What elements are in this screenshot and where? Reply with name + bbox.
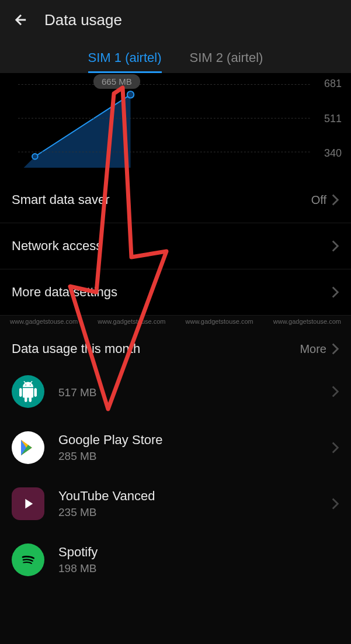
chevron-right-icon bbox=[331, 286, 339, 298]
app-name: YouTube Vanced bbox=[58, 489, 331, 504]
app-usage: 198 MB bbox=[58, 562, 339, 575]
data-usage-chart: 665 MB 681 511 340 bbox=[0, 73, 351, 172]
chevron-right-icon bbox=[331, 386, 339, 397]
play-store-icon bbox=[12, 431, 44, 464]
watermark-text: www.gadgetstouse.com bbox=[10, 318, 78, 325]
back-button[interactable] bbox=[12, 11, 30, 29]
chevron-right-icon bbox=[331, 442, 339, 453]
svg-point-2 bbox=[127, 91, 134, 98]
youtube-vanced-icon bbox=[12, 487, 44, 520]
sim-tabs: SIM 1 (airtel) SIM 2 (airtel) bbox=[0, 40, 351, 73]
header: Data usage bbox=[0, 0, 351, 40]
y-tick: 340 bbox=[324, 147, 342, 160]
app-row-youtube-vanced[interactable]: YouTube Vanced 235 MB bbox=[0, 476, 351, 532]
watermark-bar: www.gadgetstouse.com www.gadgetstouse.co… bbox=[0, 316, 351, 327]
watermark-text: www.gadgetstouse.com bbox=[273, 318, 341, 325]
y-tick: 681 bbox=[324, 78, 342, 90]
more-button[interactable]: More bbox=[300, 342, 339, 356]
chevron-right-icon bbox=[331, 343, 339, 355]
app-usage: 285 MB bbox=[58, 450, 331, 463]
watermark-text: www.gadgetstouse.com bbox=[98, 318, 165, 325]
app-name: Spotify bbox=[58, 545, 339, 560]
app-row-play-store[interactable]: Google Play Store 285 MB bbox=[0, 420, 351, 476]
more-label: More bbox=[300, 342, 326, 356]
settings-list: Smart data saver Off Network access More… bbox=[0, 172, 351, 316]
arrow-left-icon bbox=[13, 12, 29, 28]
app-usage: 517 MB bbox=[58, 386, 331, 399]
watermark-text: www.gadgetstouse.com bbox=[186, 318, 253, 325]
usage-section-title: Data usage this month bbox=[12, 341, 140, 356]
setting-label: More data settings bbox=[12, 285, 117, 300]
app-name: Google Play Store bbox=[58, 432, 331, 448]
chart-value-badge: 665 MB bbox=[93, 74, 140, 89]
spotify-icon bbox=[12, 543, 44, 576]
chevron-right-icon bbox=[331, 194, 339, 206]
setting-value: Off bbox=[311, 193, 326, 207]
setting-label: Smart data saver bbox=[12, 192, 110, 207]
android-icon bbox=[12, 375, 44, 408]
app-usage: 235 MB bbox=[58, 506, 331, 519]
tab-sim1[interactable]: SIM 1 (airtel) bbox=[88, 50, 162, 73]
chart-svg bbox=[9, 78, 342, 168]
chevron-right-icon bbox=[331, 498, 339, 510]
chart-y-axis: 681 511 340 bbox=[324, 78, 342, 160]
app-row-android[interactable]: 517 MB bbox=[0, 363, 351, 420]
setting-label: Network access bbox=[12, 238, 102, 254]
setting-network-access[interactable]: Network access bbox=[0, 223, 351, 269]
app-row-spotify[interactable]: Spotify 198 MB bbox=[0, 532, 351, 588]
usage-section-header: Data usage this month More bbox=[0, 327, 351, 363]
svg-point-1 bbox=[32, 154, 38, 160]
y-tick: 511 bbox=[324, 113, 342, 125]
page-title: Data usage bbox=[44, 11, 122, 29]
setting-more-data-settings[interactable]: More data settings bbox=[0, 269, 351, 316]
chevron-right-icon bbox=[331, 240, 339, 252]
tab-sim2[interactable]: SIM 2 (airtel) bbox=[190, 50, 263, 73]
setting-smart-data-saver[interactable]: Smart data saver Off bbox=[0, 177, 351, 223]
